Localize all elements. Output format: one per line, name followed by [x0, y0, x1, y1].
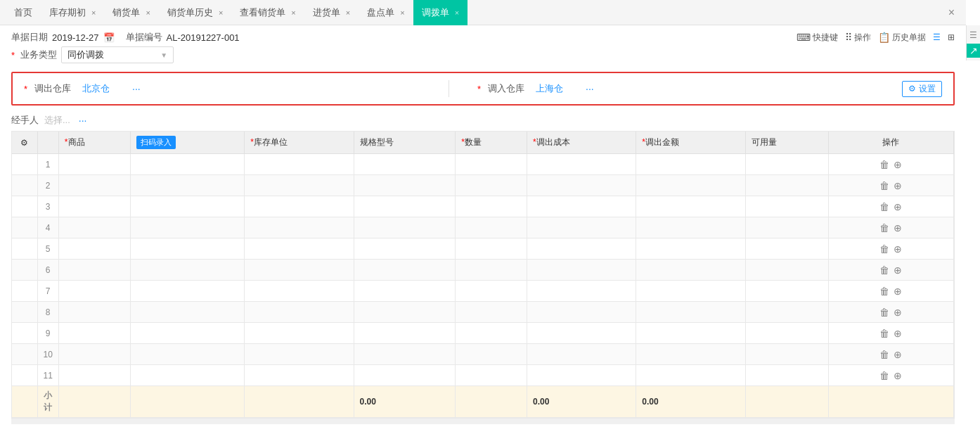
close-icon[interactable]: × [91, 8, 96, 17]
col-available: 可用量 [745, 132, 828, 154]
col-cost: *调出成本 [527, 132, 636, 154]
available-cell [745, 154, 828, 175]
operation-button[interactable]: ⠿ 操作 [845, 32, 871, 44]
delete-icon[interactable]: 🗑 [879, 328, 889, 339]
tab-inventory-init[interactable]: 库存期初 × [41, 0, 104, 25]
items-table-wrapper: ⚙ *商品 扫码录入 *库存单位 规格型号 *数量 [11, 131, 955, 419]
close-icon[interactable]: × [219, 8, 223, 17]
horizontal-scrollbar[interactable] [11, 419, 955, 424]
top-toolbar: 单据日期 2019-12-27 📅 单据编号 AL-20191227-001 ⌨… [0, 25, 966, 46]
op-cell: 🗑 ⊕ [828, 154, 953, 175]
copy-icon[interactable]: ⊕ [894, 370, 902, 381]
tab-sales-history[interactable]: 销货单历史 × [159, 0, 231, 25]
business-type-field: * 业务类型 同价调拨 ▼ [11, 46, 174, 63]
delete-icon[interactable]: 🗑 [879, 180, 889, 191]
copy-icon[interactable]: ⊕ [894, 307, 902, 318]
delete-icon[interactable]: 🗑 [879, 201, 889, 212]
in-warehouse-more-icon[interactable]: ··· [586, 83, 594, 94]
divider [449, 80, 449, 97]
copy-icon[interactable]: ⊕ [894, 180, 902, 191]
business-type-select[interactable]: 同价调拨 ▼ [61, 46, 174, 63]
tab-stocktake[interactable]: 盘点单 × [359, 0, 413, 25]
handler-more-icon[interactable]: ··· [79, 115, 87, 126]
operation-icon: ⠿ [845, 32, 852, 43]
layout2-button[interactable]: ⊞ [948, 32, 955, 42]
setting-button[interactable]: ⚙ 设置 [902, 81, 942, 97]
history-button[interactable]: 📋 历史单据 [878, 32, 926, 44]
close-icon[interactable]: × [291, 8, 295, 17]
col-qty: *数量 [456, 132, 527, 154]
tab-view-sales[interactable]: 查看销货单 × [231, 0, 304, 25]
delete-icon[interactable]: 🗑 [879, 222, 889, 234]
subtotal-label-cell: 小计 [37, 386, 58, 418]
copy-icon[interactable]: ⊕ [894, 328, 902, 339]
out-warehouse-field: * 调出仓库 北京仓 ··· [24, 82, 420, 95]
close-icon[interactable]: × [146, 8, 150, 17]
scan-cell [130, 154, 245, 175]
business-row: * 业务类型 同价调拨 ▼ [11, 46, 955, 63]
side-list-icon[interactable]: ☰ [967, 28, 981, 42]
tab-home[interactable]: 首页 [6, 0, 41, 25]
copy-icon[interactable]: ⊕ [894, 265, 902, 276]
col-row-num [37, 132, 58, 154]
calendar-icon[interactable]: 📅 [103, 32, 115, 43]
row-num-cell: 1 [37, 154, 58, 175]
delete-icon[interactable]: 🗑 [879, 307, 889, 318]
copy-icon[interactable]: ⊕ [894, 349, 902, 360]
table-row: 4 🗑⊕ [12, 217, 954, 238]
table-row: 10 🗑⊕ [12, 344, 954, 365]
subtotal-amount-cell: 0.00 [636, 386, 745, 418]
side-export-icon[interactable]: ↗ [967, 44, 981, 58]
copy-icon[interactable]: ⊕ [894, 222, 902, 234]
delete-icon[interactable]: 🗑 [879, 243, 889, 255]
table-row: 7 🗑⊕ [12, 281, 954, 302]
delete-icon[interactable]: 🗑 [879, 370, 889, 381]
layout1-button[interactable]: ☰ [933, 32, 941, 42]
col-setting[interactable]: ⚙ [12, 132, 37, 154]
subtotal-qty-cell: 0.00 [354, 386, 456, 418]
out-warehouse-more-icon[interactable]: ··· [132, 83, 141, 94]
table-header-row: ⚙ *商品 扫码录入 *库存单位 规格型号 *数量 [12, 132, 954, 154]
shortcut-button[interactable]: ⌨ 快捷键 [797, 32, 838, 44]
copy-icon[interactable]: ⊕ [894, 286, 902, 297]
scan-button[interactable]: 扫码录入 [136, 136, 176, 149]
delete-icon[interactable]: 🗑 [879, 286, 889, 297]
subtotal-row: 小计 0.00 0.00 0.00 [12, 386, 954, 418]
amount-cell[interactable] [636, 154, 745, 175]
delete-icon[interactable]: 🗑 [879, 349, 889, 360]
delete-icon[interactable]: 🗑 [879, 159, 889, 170]
layout2-icon: ⊞ [948, 32, 955, 42]
date-field: 单据日期 2019-12-27 📅 [11, 31, 115, 44]
product-cell[interactable] [58, 154, 130, 175]
tab-bar-close-button[interactable]: × [943, 6, 960, 19]
col-op: 操作 [828, 132, 953, 154]
row-setting-cell [12, 154, 37, 175]
tab-purchase[interactable]: 进货单 × [304, 0, 359, 25]
dropdown-icon: ▼ [160, 51, 167, 59]
history-icon: 📋 [878, 32, 890, 43]
unit-cell[interactable] [245, 154, 354, 175]
table-row: 9 🗑⊕ [12, 323, 954, 344]
copy-icon[interactable]: ⊕ [894, 159, 902, 170]
table-row: 2 🗑⊕ [12, 175, 954, 196]
spec-cell[interactable] [354, 154, 456, 175]
layout1-icon: ☰ [933, 32, 941, 42]
cost-cell[interactable] [527, 154, 636, 175]
qty-cell[interactable] [456, 154, 527, 175]
tab-transfer[interactable]: 调拨单 × [413, 0, 468, 25]
table-row: 5 🗑⊕ [12, 238, 954, 260]
side-panel: ☰ ↗ [966, 25, 980, 60]
copy-icon[interactable]: ⊕ [894, 201, 902, 212]
tab-sales-order[interactable]: 销货单 × [104, 0, 158, 25]
table-row: 6 🗑⊕ [12, 260, 954, 281]
gear-icon: ⚙ [908, 84, 916, 94]
delete-icon[interactable]: 🗑 [879, 265, 889, 276]
close-icon[interactable]: × [346, 8, 350, 17]
col-unit: *库存单位 [245, 132, 354, 154]
close-icon[interactable]: × [400, 8, 404, 17]
close-icon[interactable]: × [455, 8, 459, 17]
copy-icon[interactable]: ⊕ [894, 243, 902, 255]
business-type-row: * 业务类型 同价调拨 ▼ [0, 46, 966, 72]
table-row: 11 🗑⊕ [12, 365, 954, 386]
handler-row: 经手人 选择... ··· [0, 111, 966, 131]
